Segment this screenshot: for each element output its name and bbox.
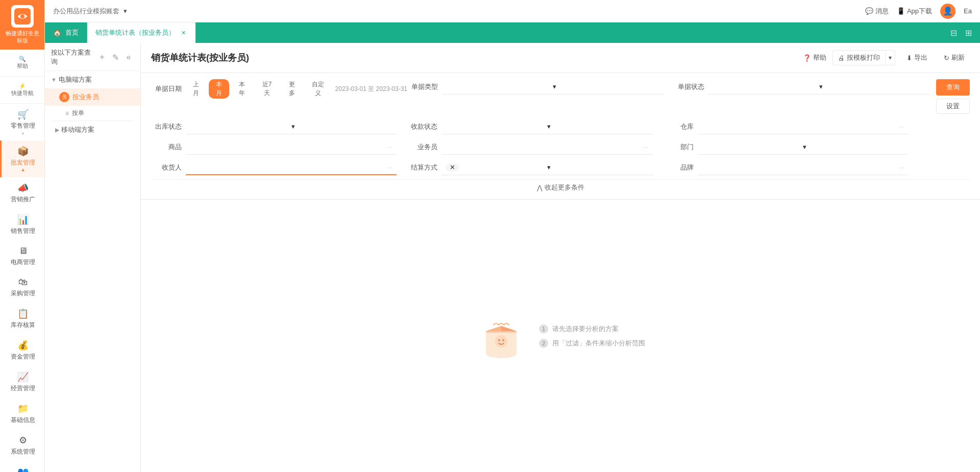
svg-rect-4 (486, 331, 517, 333)
app-title-dropdown[interactable]: ▾ (124, 7, 127, 15)
collapse-filter-button[interactable]: ⋀ 收起更多条件 (151, 179, 970, 193)
sidebar-item-basic-info[interactable]: 📁 基础信息 (0, 398, 44, 430)
filter-cell-settlement: 结算方式 ✕ ▾ (407, 160, 663, 175)
refresh-button[interactable]: ↻ 刷新 (939, 51, 970, 65)
nav-icon: ⚡ (19, 83, 26, 89)
doc-status-select[interactable]: ▾ (708, 79, 930, 95)
tab-maximize-button[interactable]: ⊞ (961, 26, 976, 40)
sidebar-item-enterprise[interactable]: 👥 企业协同 (0, 461, 44, 472)
add-scheme-button[interactable]: + (96, 52, 108, 63)
sidebar-item-label: 基础信息 (11, 416, 35, 424)
sidebar-item-system[interactable]: ⚙ 系统管理 (0, 430, 44, 461)
filter-cell-doc-type: 单据类型 ▾ (407, 79, 674, 95)
collapse-panel-button[interactable]: « (123, 52, 134, 63)
empty-state: 1 请先选择要分析的方案 2 用「过滤」条件来缩小分析范围 (476, 311, 645, 362)
tab-sales-stat[interactable]: 销货单统计表（按业务员） ✕ (87, 22, 195, 43)
brand-ellipsis[interactable]: ··· (899, 163, 904, 171)
sidebar-item-retail[interactable]: 🛒 零售管理 ▲ (0, 104, 44, 140)
salesman-ellipsis[interactable]: ··· (643, 143, 649, 151)
print-dropdown-button[interactable]: ▾ (886, 52, 895, 64)
print-icon: 🖨 (838, 54, 845, 62)
doc-type-select[interactable]: ▾ (442, 79, 664, 95)
sidebar-item-sales[interactable]: 📊 销售管理 (0, 209, 44, 241)
logo[interactable]: 畅捷通好生意标版 (0, 0, 44, 50)
tab-minimize-button[interactable]: ⊟ (946, 26, 961, 40)
retail-expand-icon: ▲ (21, 130, 26, 135)
message-button[interactable]: 💬 消息 (865, 7, 889, 16)
quick-nav-button[interactable]: ⚡ 快捷导航 (0, 80, 44, 100)
warehouse-input[interactable]: ··· (698, 119, 909, 134)
filter-cell-warehouse: 仓库 ··· (663, 119, 909, 134)
date-label: 单据日期 (151, 84, 182, 93)
date-tab-this-month[interactable]: 本月 (209, 79, 229, 99)
sidebar-item-label: 营销推广 (11, 195, 35, 204)
print-button[interactable]: 🖨 按模板打印 (833, 51, 886, 65)
goods-input-field[interactable] (190, 143, 387, 151)
scheme-subitem-order[interactable]: ≡ 按单 (45, 106, 140, 121)
salesman-label: 业务员 (407, 143, 437, 152)
user-avatar[interactable]: 👤 (940, 4, 955, 19)
settlement-label: 结算方式 (407, 163, 437, 172)
pc-expand-icon: ▼ (51, 77, 57, 83)
sidebar-item-wholesale[interactable]: 📦 批发管理 ▲ (0, 140, 44, 177)
brand-input[interactable]: ··· (698, 160, 909, 175)
sidebar-item-finance[interactable]: 💰 资金管理 (0, 335, 44, 366)
out-status-select[interactable]: ▾ (186, 119, 397, 134)
topbar: 办公用品行业模拟账套 ▾ 💬 消息 📱 App下载 👤 Ea (45, 0, 980, 22)
date-tab-last-7days[interactable]: 近7天 (255, 79, 279, 99)
export-button[interactable]: ⬇ 导出 (901, 51, 933, 65)
page-header-actions: ❓ 帮助 🖨 按模板打印 ▾ ⬇ 导出 (803, 50, 970, 73)
main-content: 办公用品行业模拟账套 ▾ 💬 消息 📱 App下载 👤 Ea 🏠 首页 (45, 0, 980, 472)
tab-close-button[interactable]: ✕ (179, 29, 187, 37)
tab-home-label: 首页 (65, 28, 79, 37)
settings-button[interactable]: 设置 (936, 99, 970, 114)
page: 按以下方案查询 + ✎ « ▼ 电脑端方案 (45, 43, 980, 472)
help-button[interactable]: ❓ 帮助 (803, 53, 826, 62)
user-name[interactable]: Ea (964, 7, 972, 15)
payment-status-select[interactable]: ▾ (442, 119, 652, 134)
consignee-input-field[interactable] (190, 163, 387, 171)
filter-area: 单据日期 上月 本月 本年 近7天 更多 自定义 2023-03-01 至 20… (141, 73, 980, 200)
sidebar-item-ecommerce[interactable]: 🖥 电商管理 (0, 241, 44, 272)
print-label: 按模板打印 (847, 53, 880, 62)
home-icon: 🏠 (53, 29, 61, 37)
date-tab-this-year[interactable]: 本年 (232, 79, 252, 99)
consignee-ellipsis[interactable]: ··· (387, 163, 393, 171)
app-download-button[interactable]: 📱 App下载 (897, 7, 932, 16)
mobile-scheme-group-title[interactable]: ▶ 移动端方案 (45, 121, 140, 138)
warehouse-input-field[interactable] (702, 123, 899, 130)
brand-input-field[interactable] (702, 163, 899, 171)
sidebar-item-purchase[interactable]: 🛍 采购管理 (0, 272, 44, 303)
date-tab-custom[interactable]: 自定义 (305, 79, 331, 99)
sidebar-item-operations[interactable]: 📈 经营管理 (0, 366, 44, 398)
sidebar-item-label: 系统管理 (11, 447, 35, 456)
date-tab-last-month[interactable]: 上月 (186, 79, 206, 99)
pc-scheme-group-title[interactable]: ▼ 电脑端方案 (45, 71, 140, 88)
consignee-input[interactable]: ··· (186, 160, 397, 175)
goods-ellipsis[interactable]: ··· (387, 143, 393, 151)
warehouse-label: 仓库 (663, 122, 694, 131)
settlement-tag-close[interactable]: ✕ (450, 164, 455, 171)
sidebar-item-label: 批发管理 (11, 158, 35, 167)
sidebar-item-inventory[interactable]: 📋 库存核算 (0, 303, 44, 335)
empty-icon (476, 311, 527, 362)
department-select[interactable]: ▾ (698, 139, 909, 155)
date-tab-more[interactable]: 更多 (282, 79, 302, 99)
salesman-input-field[interactable] (446, 143, 643, 151)
svg-point-6 (498, 339, 500, 341)
scheme-salesman-icon: 员 (59, 92, 69, 102)
date-filter: 上月 本月 本年 近7天 更多 自定义 2023-03-01 至 2023-03… (186, 79, 407, 99)
tab-home[interactable]: 🏠 首页 (45, 22, 87, 43)
sidebar-item-marketing[interactable]: 📣 营销推广 (0, 177, 44, 209)
edit-scheme-button[interactable]: ✎ (110, 52, 121, 63)
edit-icon: ✎ (112, 53, 119, 62)
scheme-item-salesman[interactable]: 员 按业务员 (45, 88, 140, 106)
settlement-select[interactable]: ✕ ▾ (442, 160, 652, 175)
search-menu-button[interactable]: 🔍 帮助 (3, 54, 41, 72)
warehouse-ellipsis[interactable]: ··· (899, 123, 904, 130)
search-icon: 🔍 (19, 56, 26, 62)
sidebar-item-label: 采购管理 (11, 289, 35, 298)
salesman-input[interactable]: ··· (442, 139, 652, 155)
goods-input[interactable]: ··· (186, 139, 397, 155)
query-button[interactable]: 查询 (936, 79, 970, 96)
